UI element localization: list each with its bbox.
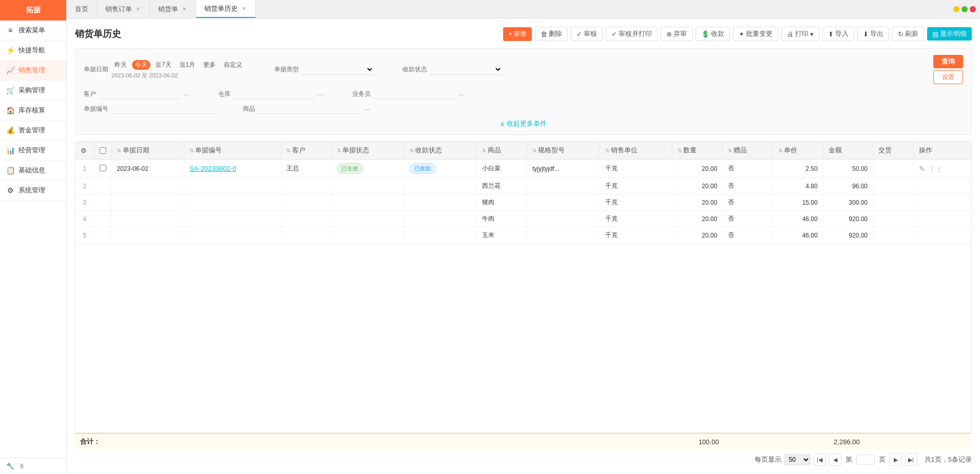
win-maximize-btn[interactable] <box>962 6 968 12</box>
cell-doc-number[interactable] <box>184 227 281 244</box>
more-action-icon[interactable]: ⋮⋮ <box>928 165 943 173</box>
filter-customer-input[interactable] <box>99 89 180 99</box>
tab-sales-history-close[interactable]: ✕ <box>241 5 247 12</box>
date-tab-custom[interactable]: 自定义 <box>221 60 245 70</box>
refresh-button[interactable]: ↻ 刷新 <box>892 27 924 41</box>
date-tab-more[interactable]: 更多 <box>200 60 219 70</box>
th-sales-unit[interactable]: ⇅ 销售单位 <box>600 142 672 160</box>
row-checkbox[interactable] <box>94 227 111 244</box>
row-checkbox[interactable] <box>94 160 111 178</box>
sidebar-item-sys-mgmt[interactable]: ⚙ 系统管理 <box>0 181 66 201</box>
th-settings[interactable]: ⚙ <box>75 142 94 160</box>
sidebar-item-sales-mgmt[interactable]: 📈 销售管理 <box>0 61 66 81</box>
date-tab-yesterday[interactable]: 昨天 <box>111 60 130 70</box>
th-transaction[interactable]: 交货 <box>873 142 913 160</box>
import-button[interactable]: ⬆ 导入 <box>822 27 854 41</box>
th-goods[interactable]: ⇅ 商品 <box>477 142 527 160</box>
filter-salesperson-input[interactable] <box>374 89 455 99</box>
row-num: 1 <box>75 160 94 178</box>
tab-sales-order-close[interactable]: ✕ <box>135 5 141 13</box>
cell-amount: 920.00 <box>823 211 873 227</box>
row-checkbox[interactable] <box>94 178 111 194</box>
sidebar-item-inventory[interactable]: 🏠 库存核算 <box>0 101 66 121</box>
cell-action: ✎ ⋮⋮ <box>914 160 971 178</box>
row-checkbox[interactable] <box>94 211 111 227</box>
search-menu-icon: ≡ <box>6 26 14 34</box>
abandon-button[interactable]: ⊗ 弃审 <box>661 27 693 41</box>
filter-settings-button[interactable]: 设置 <box>933 70 963 84</box>
sort-spec-icon: ⇅ <box>532 148 536 153</box>
th-doc-number[interactable]: ⇅ 单据编号 <box>184 142 281 160</box>
cell-doc-status <box>331 194 404 211</box>
tab-sales-delivery-label: 销货单 <box>158 5 178 14</box>
win-close-btn[interactable] <box>970 6 976 12</box>
export-button[interactable]: ⬇ 导出 <box>857 27 889 41</box>
th-pay-status[interactable]: ⇅ 收款状态 <box>404 142 477 160</box>
page-size-select[interactable]: 50 100 <box>784 454 811 465</box>
filter-goods-input[interactable] <box>258 104 361 114</box>
tab-sales-delivery[interactable]: 销货单 ✕ <box>150 0 196 18</box>
sidebar-item-purchase-mgmt[interactable]: 🛒 采购管理 <box>0 81 66 101</box>
th-checkbox[interactable] <box>94 142 111 160</box>
tab-sales-history[interactable]: 销货单历史 ✕ <box>196 0 256 18</box>
th-doc-date[interactable]: ⇅ 单据日期 <box>111 142 184 160</box>
cell-doc-number[interactable] <box>184 194 281 211</box>
select-all-checkbox[interactable] <box>100 147 106 154</box>
filter-pay-status-select[interactable] <box>430 64 502 75</box>
customer-more-icon[interactable]: ··· <box>183 90 189 98</box>
th-doc-status[interactable]: ⇅ 单据状态 <box>331 142 404 160</box>
sidebar-item-search-menu[interactable]: ≡ 搜索菜单 <box>0 21 66 41</box>
cell-doc-number[interactable]: SA-20230602-0 <box>184 160 281 178</box>
prev-page-button[interactable]: ◀ <box>829 453 841 466</box>
sidebar-item-quick-nav[interactable]: ⚡ 快捷导航 <box>0 41 66 61</box>
tab-sales-order[interactable]: 销售订单 ✕ <box>97 0 150 18</box>
edit-action-icon[interactable]: ✎ <box>919 165 925 173</box>
quick-nav-icon: ⚡ <box>6 46 14 54</box>
th-spec[interactable]: ⇅ 规格型号 <box>527 142 600 160</box>
sidebar-bottom-icon1[interactable]: 🔧 <box>6 462 14 470</box>
th-customer[interactable]: ⇅ 客户 <box>281 142 332 160</box>
win-minimize-btn[interactable] <box>953 6 959 12</box>
cell-quantity: 20.00 <box>672 227 723 244</box>
date-tab-today[interactable]: 今天 <box>132 60 150 70</box>
basic-info-icon: 📋 <box>6 166 14 174</box>
tab-home[interactable]: 首页 <box>67 0 97 18</box>
cell-doc-number[interactable] <box>184 178 281 194</box>
sidebar-bottom: 🔧 ⏸ <box>0 458 66 474</box>
review-print-button[interactable]: ✓ 审核并打印 <box>606 27 658 41</box>
row-checkbox[interactable] <box>94 194 111 211</box>
tab-sales-delivery-close[interactable]: ✕ <box>181 5 187 13</box>
th-amount[interactable]: 金额 <box>823 142 873 160</box>
date-tab-7days[interactable]: 近7天 <box>152 60 175 70</box>
salesperson-more-icon[interactable]: ··· <box>458 90 464 98</box>
query-button[interactable]: 查询 <box>933 55 963 68</box>
delete-button[interactable]: 🗑 删除 <box>535 27 568 41</box>
collapse-filter-button[interactable]: ∧ 收起更多条件 <box>84 119 963 128</box>
review-button[interactable]: ✓ 审核 <box>571 27 603 41</box>
display-detail-button[interactable]: ▤ 显示明细 <box>927 27 972 41</box>
goods-more-icon[interactable]: ··· <box>364 105 370 113</box>
new-button[interactable]: + 新增 <box>503 27 532 41</box>
refresh-icon: ↻ <box>898 30 904 38</box>
warehouse-more-icon[interactable]: ··· <box>318 90 324 98</box>
print-button[interactable]: 🖨 打印 ▾ <box>781 27 819 41</box>
batch-change-button[interactable]: ✦ 批量变更 <box>733 27 778 41</box>
collect-button[interactable]: 💲 收款 <box>696 27 730 41</box>
filter-doc-number-input[interactable] <box>111 104 214 114</box>
sidebar-item-label: 搜索菜单 <box>18 26 45 35</box>
filter-warehouse-input[interactable] <box>234 89 315 99</box>
filter-doc-type-select[interactable] <box>302 64 374 75</box>
sidebar-item-finance-mgmt[interactable]: 💰 资金管理 <box>0 121 66 141</box>
cell-doc-number[interactable] <box>184 211 281 227</box>
page-number-input[interactable]: 1 <box>856 455 875 465</box>
th-unit-price[interactable]: ⇅ 单价 <box>773 142 823 160</box>
last-page-button[interactable]: ▶| <box>905 453 917 466</box>
next-page-button[interactable]: ▶ <box>890 453 902 466</box>
first-page-button[interactable]: |◀ <box>814 453 826 466</box>
sidebar-item-basic-info[interactable]: 📋 基础信息 <box>0 161 66 181</box>
th-gift[interactable]: ⇅ 赠品 <box>723 142 773 160</box>
sidebar-item-ops-mgmt[interactable]: 📊 经营管理 <box>0 141 66 161</box>
th-quantity[interactable]: ⇅ 数量 <box>672 142 723 160</box>
date-tab-1month[interactable]: 近1月 <box>177 60 199 70</box>
sidebar-bottom-icon2[interactable]: ⏸ <box>18 462 25 470</box>
